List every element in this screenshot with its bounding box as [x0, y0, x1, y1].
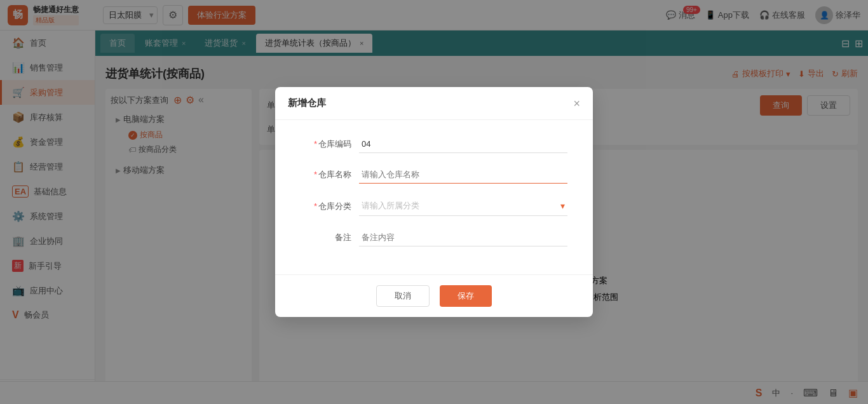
modal-close-button[interactable]: × [573, 98, 580, 109]
category-label: 仓库分类 [301, 201, 351, 212]
form-row-remark: 备注 [301, 229, 567, 246]
modal-body: 仓库编码 仓库名称 仓库分类 请输入所属分类 ▾ 备注 [275, 120, 593, 274]
category-placeholder: 请输入所属分类 [362, 200, 560, 212]
name-label: 仓库名称 [301, 169, 351, 180]
modal-header: 新增仓库 × [275, 87, 593, 120]
form-row-code: 仓库编码 [301, 135, 567, 153]
save-button[interactable]: 保存 [440, 285, 492, 307]
category-arrow-icon: ▾ [560, 201, 565, 211]
form-row-category: 仓库分类 请输入所属分类 ▾ [301, 196, 567, 216]
remark-input[interactable] [359, 229, 567, 246]
modal-overlay: 新增仓库 × 仓库编码 仓库名称 仓库分类 请输入所属分类 ▾ [0, 0, 868, 404]
code-input[interactable] [359, 135, 567, 153]
cancel-button[interactable]: 取消 [376, 285, 430, 307]
modal-title: 新增仓库 [288, 97, 326, 109]
form-row-name: 仓库名称 [301, 166, 567, 184]
remark-label: 备注 [301, 232, 351, 243]
code-label: 仓库编码 [301, 138, 351, 150]
modal-footer: 取消 保存 [275, 274, 593, 317]
add-warehouse-modal: 新增仓库 × 仓库编码 仓库名称 仓库分类 请输入所属分类 ▾ [275, 87, 593, 317]
category-select[interactable]: 请输入所属分类 ▾ [359, 196, 567, 216]
name-input[interactable] [359, 166, 567, 184]
